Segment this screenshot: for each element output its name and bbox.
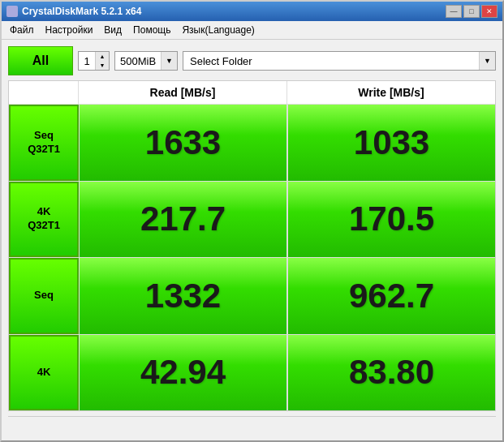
close-button[interactable]: ✕	[481, 5, 498, 18]
title-bar: CrystalDiskMark 5.2.1 x64 — □ ✕	[2, 2, 502, 21]
menu-settings[interactable]: Настройки	[41, 23, 98, 37]
size-dropdown-arrow[interactable]: ▼	[161, 52, 177, 70]
4k-q32t1-read: 217.7	[79, 182, 287, 258]
minimize-button[interactable]: —	[446, 5, 462, 18]
count-up-button[interactable]: ▲	[96, 52, 109, 61]
seq-q32t1-read: 1633	[79, 105, 287, 181]
grid-header: Read [MB/s] Write [MB/s]	[9, 81, 495, 105]
toolbar: All 1 ▲ ▼ 500MiB ▼ Select Folder ▼	[8, 46, 496, 75]
header-write: Write [MB/s]	[287, 81, 495, 104]
seq-write: 962.7	[287, 258, 495, 334]
menu-language[interactable]: Язык(Language)	[177, 23, 259, 37]
4k-write: 83.80	[287, 335, 495, 411]
main-content: All 1 ▲ ▼ 500MiB ▼ Select Folder ▼	[2, 40, 502, 440]
4k-read: 42.94	[79, 335, 287, 411]
size-select[interactable]: 500MiB ▼	[114, 51, 178, 71]
row-label-seq[interactable]: Seq	[9, 258, 79, 334]
folder-dropdown-arrow[interactable]: ▼	[479, 52, 495, 70]
folder-select[interactable]: Select Folder ▼	[183, 51, 496, 71]
menu-help[interactable]: Помощь	[128, 23, 175, 37]
row-label-text: 4K	[37, 366, 51, 380]
all-button[interactable]: All	[8, 46, 73, 75]
table-row: 4KQ32T1 217.7 170.5	[9, 182, 495, 259]
count-down-button[interactable]: ▼	[96, 61, 109, 70]
row-label-4k-q32t1[interactable]: 4KQ32T1	[9, 182, 79, 258]
row-label-text: 4KQ32T1	[28, 205, 60, 233]
header-read: Read [MB/s]	[79, 81, 287, 104]
title-bar-left: CrystalDiskMark 5.2.1 x64	[6, 6, 141, 17]
app-icon	[6, 6, 18, 17]
spinner-arrows: ▲ ▼	[95, 52, 109, 70]
header-spacer	[9, 81, 79, 104]
menu-bar: Файл Настройки Вид Помощь Язык(Language)	[2, 21, 502, 40]
count-spinner[interactable]: 1 ▲ ▼	[78, 51, 110, 71]
row-label-text: SeqQ32T1	[28, 129, 60, 157]
table-row: 4K 42.94 83.80	[9, 335, 495, 411]
data-grid: Read [MB/s] Write [MB/s] SeqQ32T1 1633 1…	[8, 80, 496, 411]
title-bar-controls: — □ ✕	[446, 5, 498, 18]
table-row: Seq 1332 962.7	[9, 258, 495, 335]
maximize-button[interactable]: □	[463, 5, 480, 18]
menu-view[interactable]: Вид	[99, 23, 127, 37]
row-label-4k[interactable]: 4K	[9, 335, 79, 411]
table-row: SeqQ32T1 1633 1033	[9, 105, 495, 182]
row-label-text: Seq	[34, 289, 54, 303]
seq-q32t1-write: 1033	[287, 105, 495, 181]
count-value: 1	[79, 54, 95, 69]
app-window: CrystalDiskMark 5.2.1 x64 — □ ✕ Файл Нас…	[0, 0, 504, 442]
row-label-seq-q32t1[interactable]: SeqQ32T1	[9, 105, 79, 181]
4k-q32t1-write: 170.5	[287, 182, 495, 258]
menu-file[interactable]: Файл	[5, 23, 39, 37]
folder-value: Select Folder	[183, 54, 479, 69]
status-bar	[8, 416, 496, 434]
seq-read: 1332	[79, 258, 287, 334]
window-title: CrystalDiskMark 5.2.1 x64	[22, 6, 141, 17]
size-value: 500MiB	[115, 54, 161, 69]
